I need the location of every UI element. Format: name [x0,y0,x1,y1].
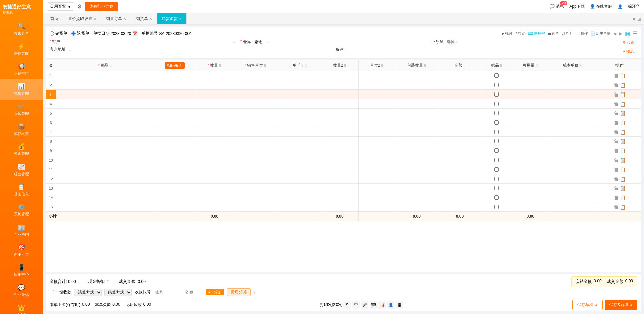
status-icon-5[interactable]: 📊 [378,301,386,309]
copy-icon-14[interactable]: 📋 [620,195,626,200]
sidebar-item-operations[interactable]: 📈 经营管理 [0,160,43,180]
gift-checkbox-14[interactable] [494,195,499,200]
save-draft-btn[interactable]: 保存草稿 ∧ [572,300,603,310]
gift-checkbox-10[interactable] [494,158,499,162]
pkg-sort-icon[interactable]: ⇅ [424,64,426,67]
add-payment-btn[interactable]: + + 添加 [206,289,224,295]
sidebar-item-member[interactable]: 👑 畅会员 [0,301,43,314]
delete-icon-4[interactable]: 🗑 [614,101,619,107]
topbar-settings-icon[interactable]: ⚙ [77,3,82,10]
tab-sales-order-close[interactable]: ✕ [123,17,126,21]
status-icon-4[interactable]: ⌨ [370,301,377,309]
customer-input[interactable] [62,39,230,45]
copy-icon-8[interactable]: 📋 [620,139,626,144]
gift-checkbox-7[interactable] [494,130,499,134]
delete-icon-6[interactable]: 🗑 [614,120,619,125]
unit-sort-icon[interactable]: ⇅ [264,64,266,67]
sidebar-item-shortcut[interactable]: ⚡ 快捷导航 [0,39,43,59]
avail-sort-icon[interactable]: ⇅ [535,64,538,67]
product-cell[interactable] [56,71,154,80]
gift-checkbox-5[interactable] [494,111,499,115]
status-icon-1[interactable]: S [343,301,351,309]
price-sort-icon[interactable]: ⇅ [304,64,307,67]
sidebar-item-basic[interactable]: 📋 基础信息 [0,180,43,200]
customer-addr-dots-btn[interactable]: ... [68,47,71,52]
sidebar-item-finance[interactable]: 💰 资金管理 [0,140,43,160]
tab-price-set[interactable]: 售价提取设置 ✕ [63,13,101,24]
copy-icon-9[interactable]: 📋 [620,148,626,153]
sidebar-item-sales[interactable]: 📊 销售管理 [0,79,43,100]
status-icon-7[interactable]: 📱 [396,301,403,309]
status-icon-6[interactable]: 👤 [387,301,394,309]
summary-method-select[interactable]: 结算方式 [104,289,132,296]
delete-icon-10[interactable]: 🗑 [614,158,619,163]
next-doc-icon[interactable]: ▶ [619,31,622,36]
qty2-sort-icon[interactable]: ⇅ [344,64,346,67]
copy-icon-1[interactable]: 📋 [620,73,626,78]
one-key-payment-label[interactable]: 一键收款 [50,289,71,295]
table-settings-icon[interactable]: ⚙ [49,63,53,68]
copy-icon-11[interactable]: 📋 [620,167,626,172]
gift-checkbox-11[interactable] [494,167,499,172]
tab-sales-delivery[interactable]: 销货单 ✕ [131,13,157,24]
tab-home[interactable]: 首页 [46,13,63,24]
tab-sales-return-close[interactable]: ✕ [179,17,182,21]
calendar-icon[interactable]: 📅 [132,31,138,36]
tab-close-all-icon[interactable]: ✕ [632,16,636,22]
gift-checkbox-1[interactable] [494,73,499,78]
add-row-btn[interactable]: + [47,91,53,98]
gift-checkbox-6[interactable] [494,120,499,125]
gift-checkbox-3[interactable] [494,92,499,97]
copy-icon-6[interactable]: 📋 [620,120,626,125]
radio-return[interactable]: 退货单 [71,30,89,36]
status-icon-3[interactable]: 🎤 [361,301,368,309]
one-key-payment-checkbox[interactable] [50,290,54,294]
account-input[interactable] [153,289,180,295]
tab-price-set-close[interactable]: ✕ [94,17,96,21]
copy-icon-3[interactable]: 📋 [620,92,626,97]
salesperson-input[interactable] [445,39,611,45]
qty-sort-icon[interactable]: ⇅ [219,64,221,67]
gift-checkbox-4[interactable] [494,102,499,106]
copy-icon-5[interactable]: 📋 [620,111,626,116]
sidebar-item-marketing[interactable]: 📢 营销推广 [0,59,43,79]
tab-maximize-icon[interactable]: ⊞ [637,16,641,22]
shortcut-btn[interactable]: ⌨ 快捷键 [528,31,545,36]
sidebar-item-apps[interactable]: 📱 应用中心 [0,260,43,280]
salesperson-dots-btn[interactable]: ... [613,39,617,44]
tab-sales-delivery-close[interactable]: ✕ [149,17,152,21]
gift-checkbox-9[interactable] [494,148,499,153]
select-btn[interactable]: ☰ 选单 [548,31,559,36]
copy-icon-13[interactable]: 📋 [620,186,626,191]
amount-sort-icon[interactable]: ⇅ [463,64,466,67]
delete-icon-7[interactable]: 🗑 [614,129,619,135]
copy-icon-4[interactable]: 📋 [620,101,626,107]
fee-split-btn[interactable]: 费用分摊 [227,288,251,296]
copy-icon-7[interactable]: 📋 [620,129,626,135]
cost-sort-icon[interactable]: ⇅ [582,64,585,67]
sidebar-item-purchase[interactable]: 🛒 采购管理 [0,100,43,120]
sidebar-item-inventory[interactable]: 📦 库存核算 [0,120,43,140]
gift-checkbox-8[interactable] [494,139,499,143]
delete-icon-13[interactable]: 🗑 [614,186,619,191]
sidebar-item-search[interactable]: 🔍 搜索菜单 [0,19,43,39]
gift-checkbox-2[interactable] [494,83,499,87]
copy-icon-15[interactable]: 📋 [620,204,626,210]
print-btn[interactable]: 🖨 打印 [562,31,574,36]
online-service-link[interactable]: 👤 在线客服 [590,4,612,9]
operate-btn[interactable]: … 操作 [576,31,588,36]
delete-icon-14[interactable]: 🗑 [614,195,619,200]
sidebar-item-enterprise[interactable]: 🏢 企业协同 [0,220,43,240]
amount-input[interactable] [183,289,203,295]
prev-doc-icon[interactable]: ◀ [613,31,616,36]
experience-btn[interactable]: 体验行业方案 [85,2,118,11]
delete-icon-3[interactable]: 🗑 [614,92,619,97]
radio-return-input[interactable] [71,31,76,36]
status-icon-2[interactable]: 中 [352,301,360,309]
delete-icon-12[interactable]: 🗑 [614,176,619,182]
warehouse-dots-btn[interactable]: ... [266,39,269,44]
gift-checkbox-15[interactable] [494,205,499,209]
delete-icon-1[interactable]: 🗑 [614,73,619,78]
history-btn[interactable]: 📄 历史单据 [591,31,611,36]
logistics-side-btn[interactable]: + 物流 [620,48,637,55]
